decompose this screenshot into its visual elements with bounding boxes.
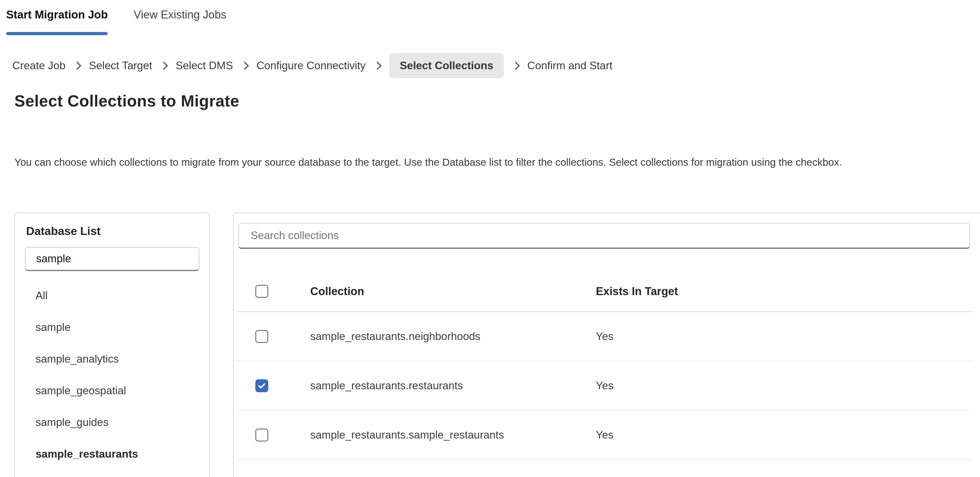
table-row: sample_restaurants.neighborhoods Yes xyxy=(237,312,973,361)
tab-start-migration-job-label: Start Migration Job xyxy=(6,7,108,22)
database-item-sample[interactable]: sample xyxy=(25,312,199,343)
database-item-sample-restaurants[interactable]: sample_restaurants xyxy=(25,438,199,470)
table-header-row: Collection Exists In Target xyxy=(237,272,973,312)
column-header-collection: Collection xyxy=(310,285,596,298)
chevron-right-icon xyxy=(373,62,382,70)
column-header-exists-in-target: Exists In Target xyxy=(596,285,973,298)
collection-name: sample_restaurants.restaurants xyxy=(310,380,596,392)
active-tab-underline xyxy=(6,32,108,35)
exists-in-target-value: Yes xyxy=(596,380,973,392)
tab-view-existing-jobs-label: View Existing Jobs xyxy=(134,7,226,22)
content-panels: Database List All sample sample_analytic… xyxy=(14,212,980,477)
chevron-right-icon xyxy=(511,62,520,70)
top-tab-bar: Start Migration Job View Existing Jobs xyxy=(6,7,226,35)
database-list: All sample sample_analytics sample_geosp… xyxy=(25,280,199,470)
collection-name: sample_restaurants.neighborhoods xyxy=(310,330,596,343)
checkmark-icon xyxy=(257,381,267,390)
tab-start-migration-job[interactable]: Start Migration Job xyxy=(6,7,108,35)
table-row: sample_restaurants.sample_restaurants Ye… xyxy=(237,411,973,460)
chevron-right-icon xyxy=(73,62,81,70)
database-item-all[interactable]: All xyxy=(25,280,199,312)
breadcrumb-item-configure-connectivity[interactable]: Configure Connectivity xyxy=(256,60,366,72)
collection-name: sample_restaurants.sample_restaurants xyxy=(310,429,596,441)
page-description: You can choose which collections to migr… xyxy=(14,153,952,171)
tab-view-existing-jobs[interactable]: View Existing Jobs xyxy=(134,7,226,35)
row-checkbox[interactable] xyxy=(255,330,268,343)
exists-in-target-value: Yes xyxy=(596,429,973,441)
chevron-right-icon xyxy=(160,62,168,70)
row-checkbox[interactable] xyxy=(255,429,268,442)
breadcrumb: Create Job Select Target Select DMS Conf… xyxy=(12,52,612,79)
row-checkbox[interactable] xyxy=(255,379,268,392)
database-list-panel: Database List All sample sample_analytic… xyxy=(14,212,210,477)
breadcrumb-item-confirm-and-start[interactable]: Confirm and Start xyxy=(527,60,612,72)
database-item-sample-geospatial[interactable]: sample_geospatial xyxy=(25,375,199,407)
collections-panel: Collection Exists In Target sample_resta… xyxy=(233,212,980,477)
chevron-right-icon xyxy=(240,62,248,70)
select-all-checkbox[interactable] xyxy=(255,285,268,298)
collections-search-input[interactable] xyxy=(238,223,970,249)
breadcrumb-item-select-collections[interactable]: Select Collections xyxy=(389,53,504,78)
breadcrumb-item-select-target[interactable]: Select Target xyxy=(89,60,152,72)
database-filter-input[interactable] xyxy=(25,247,199,271)
table-row: sample_restaurants.restaurants Yes xyxy=(237,361,973,411)
breadcrumb-item-create-job[interactable]: Create Job xyxy=(12,60,65,72)
collections-table: Collection Exists In Target sample_resta… xyxy=(237,272,973,460)
database-item-sample-guides[interactable]: sample_guides xyxy=(25,407,199,438)
database-list-title: Database List xyxy=(26,225,199,238)
breadcrumb-item-select-dms[interactable]: Select DMS xyxy=(175,60,233,72)
database-item-sample-analytics[interactable]: sample_analytics xyxy=(25,343,199,375)
exists-in-target-value: Yes xyxy=(596,330,973,343)
page-title: Select Collections to Migrate xyxy=(14,92,239,110)
